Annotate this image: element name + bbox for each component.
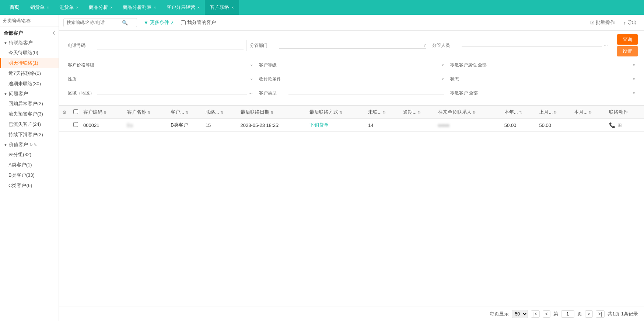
price-level-select[interactable]: ∨ [97, 62, 253, 68]
sidebar-item-churn-warning[interactable]: 流失预警客户(3) [0, 109, 59, 119]
sort-count-icon[interactable]: ⇅ [220, 110, 223, 114]
action-phone-icon[interactable]: 📞 [609, 122, 615, 128]
retail-attr-select[interactable]: ∨ [487, 62, 635, 68]
customer-type-select[interactable] [288, 92, 444, 94]
sort-name-icon[interactable]: ⇅ [147, 110, 150, 114]
nav-product-list-close[interactable]: × [154, 5, 156, 10]
repurchase-label: 回购异常客户(2) [8, 101, 43, 106]
my-customer-check[interactable] [181, 20, 186, 25]
sidebar-item-repurchase-abnormal[interactable]: 回购异常客户(2) [0, 99, 59, 109]
page-label: 第 [553, 311, 558, 317]
sidebar-group-problem[interactable]: ▼ 问题客户 [0, 89, 59, 99]
retail-label: 零散客户 全部 [450, 90, 480, 96]
row-last-method[interactable]: 下销货单 [307, 119, 366, 132]
sort-type-icon[interactable]: ⇅ [185, 110, 188, 114]
sort-no-contact-icon[interactable]: ⇅ [383, 110, 386, 114]
row-code: 000021 [81, 119, 125, 132]
filter-search-box: 🔍 [63, 18, 137, 27]
phone-input[interactable] [97, 42, 244, 49]
dept-select[interactable]: ∨ [279, 42, 426, 49]
action-grid-icon[interactable]: ⊞ [617, 122, 622, 128]
query-button[interactable]: 查询 [617, 34, 638, 45]
payment-select[interactable]: ∨ [288, 76, 444, 82]
nav-product-analysis-list[interactable]: 商品分析列表 × [118, 0, 161, 15]
sidebar-item-tomorrow[interactable]: 明天待联络(1) [0, 58, 59, 68]
row-checkbox[interactable] [73, 122, 78, 127]
sort-last-month-icon[interactable]: ⇅ [554, 110, 557, 114]
sort-date-icon[interactable]: ⇅ [270, 110, 273, 114]
page-input[interactable] [561, 310, 574, 318]
my-customer-checkbox[interactable]: 我分管的客户 [181, 19, 216, 26]
status-select[interactable]: ∨ [480, 76, 635, 82]
customer-level-select[interactable]: ∨ [288, 62, 444, 68]
sort-year-icon[interactable]: ⇅ [519, 110, 522, 114]
row-customer-type: B类客户 [168, 119, 203, 132]
reset-button[interactable]: 设置 [617, 46, 638, 56]
sidebar-collapse-icon[interactable]: 《 [50, 30, 55, 37]
sidebar-item-type-b[interactable]: B类客户(33) [0, 170, 59, 180]
col-checkbox[interactable] [70, 106, 81, 119]
sort-this-month-icon[interactable]: ⇅ [589, 110, 592, 114]
more-filter-button[interactable]: ▼ 更多条件 ∧ [141, 18, 177, 27]
prev-page-button[interactable]: < [543, 310, 550, 318]
select-all-checkbox[interactable] [73, 109, 78, 114]
nav-home[interactable]: 首页 [4, 0, 25, 15]
first-page-button[interactable]: |< [531, 310, 540, 318]
sort-method-icon[interactable]: ⇅ [339, 110, 342, 114]
last-page-button[interactable]: >| [596, 310, 605, 318]
sidebar-search-input[interactable] [3, 18, 58, 23]
nav-home-label: 首页 [10, 4, 19, 11]
row-name: Ea [125, 119, 169, 132]
sidebar-item-declining[interactable]: 持续下滑客户(2) [0, 130, 59, 140]
sidebar-item-type-a[interactable]: A类客户(1) [0, 160, 59, 170]
row-actions: 📞 ⊞ [607, 119, 644, 132]
sort-overdue-icon[interactable]: ⇅ [418, 110, 421, 114]
nature-select[interactable]: ∨ [97, 76, 253, 82]
dept-arrow-icon: ∨ [423, 43, 426, 47]
value-refresh-icon[interactable]: ↻ [29, 142, 33, 147]
row-last-method-link[interactable]: 下销货单 [309, 122, 329, 128]
nav-sales-close[interactable]: × [47, 5, 49, 10]
nav-customer-contact-close[interactable]: × [231, 5, 234, 10]
status-arrow-icon: ∨ [633, 77, 635, 81]
sort-person-icon[interactable]: ⇅ [473, 110, 476, 114]
sidebar-item-ungrouped[interactable]: 未分组(32) [0, 149, 59, 160]
filter-search-input[interactable] [67, 20, 122, 25]
filter-row-1: 电话号码 分管部门 ∨ 分管人员 ··· [65, 34, 638, 56]
nav-customer-layering[interactable]: 客户分层经营 × [161, 0, 205, 15]
nav-customer-layer-close[interactable]: × [197, 5, 200, 10]
col-no-contact: 未联...⇅ [366, 106, 401, 119]
manager-select[interactable] [462, 44, 602, 47]
sidebar-item-tomorrow-label: 明天待联络(1) [8, 60, 38, 66]
manager-more-icon[interactable]: ··· [603, 42, 608, 48]
filter-cell-nature: 性质 ∨ [65, 76, 256, 82]
retail-select[interactable]: ∨ [480, 90, 635, 96]
sidebar-group-pending[interactable]: ▼ 待联络客户 [0, 38, 59, 48]
sidebar-item-type-c[interactable]: C类客户(6) [0, 180, 59, 191]
batch-op-button[interactable]: ☑ 批量操作 [587, 18, 618, 27]
ungrouped-label: 未分组(32) [8, 152, 31, 157]
nav-customer-contact[interactable]: 客户联络 × [205, 0, 239, 15]
col-settings[interactable]: ⚙ [59, 106, 70, 119]
nav-purchase-close[interactable]: × [76, 5, 78, 10]
type-c-label: C类客户(6) [8, 183, 32, 188]
region-select[interactable] [97, 92, 247, 94]
sidebar-group-value[interactable]: ▼ 价值客户 ↻ ✎ [0, 140, 59, 149]
region-label: 区域（地区） [68, 90, 97, 96]
sort-code-icon[interactable]: ⇅ [104, 110, 106, 114]
nav-purchase-order[interactable]: 进货单 × [54, 0, 83, 15]
region-more-icon[interactable]: ··· [248, 90, 253, 96]
next-page-button[interactable]: > [585, 310, 593, 318]
export-button[interactable]: ↑ 导出 [621, 18, 640, 27]
page-size-select[interactable]: 50 [512, 310, 528, 318]
nav-product-analysis[interactable]: 商品分析 × [84, 0, 118, 15]
nav-sales-order[interactable]: 销货单 × [25, 0, 54, 15]
value-edit-icon[interactable]: ✎ [34, 142, 37, 147]
nav-product-close[interactable]: × [110, 5, 112, 10]
row-last-date: 2023-05-23 18:25: [238, 119, 307, 132]
sidebar-item-today[interactable]: 今天待联络(0) [0, 48, 59, 58]
sidebar-item-overdue[interactable]: 逾期未联络(30) [0, 79, 59, 89]
sidebar-item-7days[interactable]: 近7天待联络(0) [0, 68, 59, 79]
filter-search-button[interactable]: 🔍 [122, 20, 128, 25]
sidebar-item-churned[interactable]: 已流失客户(24) [0, 119, 59, 130]
